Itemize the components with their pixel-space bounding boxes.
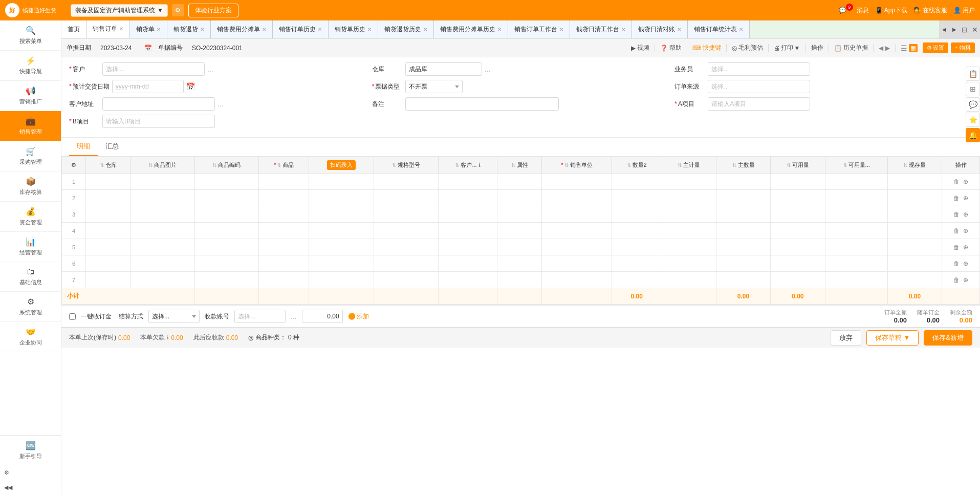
row-stock-2[interactable] — [887, 190, 942, 206]
row-main-unit-3[interactable] — [662, 206, 716, 223]
amount-input[interactable] — [302, 310, 343, 323]
save-draft-btn[interactable]: 保存草稿 ▼ — [866, 330, 919, 346]
customer-address-input[interactable] — [102, 97, 215, 111]
settings-icon[interactable]: ⚙ — [172, 4, 184, 16]
b-project-input[interactable] — [102, 115, 215, 128]
address-more-btn[interactable]: ... — [217, 100, 224, 108]
row-stock-5[interactable] — [887, 239, 942, 255]
row-main-unit-2[interactable] — [662, 190, 716, 206]
tab-close-cash-daily-account[interactable]: ✕ — [677, 27, 681, 32]
row-available2-5[interactable] — [825, 239, 887, 255]
row-main-qty-4[interactable] — [716, 223, 770, 239]
row-main-unit-7[interactable] — [662, 272, 716, 288]
row-main-qty-1[interactable] — [716, 174, 770, 190]
sidebar-item-purchase[interactable]: 🛒 采购管理 — [0, 141, 61, 171]
row-code-6[interactable] — [194, 255, 258, 272]
save-new-btn[interactable]: 保存&新增 — [924, 330, 972, 346]
sidebar-item-business[interactable]: 📊 经营管理 — [0, 232, 61, 262]
row-available2-4[interactable] — [825, 223, 887, 239]
row-image-5[interactable] — [130, 239, 194, 255]
col-scan[interactable]: 扫码录入 — [309, 157, 374, 174]
row-qty2-1[interactable] — [612, 174, 662, 190]
row-image-2[interactable] — [130, 190, 194, 206]
row-sales-unit-1[interactable] — [542, 174, 612, 190]
row-customer-code-1[interactable] — [438, 174, 497, 190]
add-row-btn[interactable]: 🟠 添加 — [348, 312, 369, 321]
date-input[interactable] — [100, 45, 141, 52]
row-attribute-6[interactable] — [497, 255, 542, 272]
row-customer-code-2[interactable] — [438, 190, 497, 206]
tab-sales-return[interactable]: 销货单✕ — [130, 20, 167, 39]
tab-cash-daily-workbench[interactable]: 钱货日清工作台✕ — [570, 20, 632, 39]
sidebar-item-marketing[interactable]: 📢 营销推广 — [0, 81, 61, 111]
app-download-btn[interactable]: 📱 App下载 — [875, 6, 907, 15]
add-goods-btn[interactable]: + 物料 — [951, 42, 975, 53]
row-copy-5[interactable]: ⊕ — [963, 244, 968, 251]
tab-sales-order[interactable]: 销售订单✕ — [86, 20, 130, 39]
row-copy-3[interactable]: ⊕ — [963, 211, 968, 218]
row-customer-code-5[interactable] — [438, 239, 497, 255]
row-stock-4[interactable] — [887, 223, 942, 239]
shortcut-btn[interactable]: ⌨ 快捷键 — [692, 44, 721, 52]
row-copy-4[interactable]: ⊕ — [963, 227, 968, 234]
row-qty2-7[interactable] — [612, 272, 662, 288]
row-customer-code-4[interactable] — [438, 223, 497, 239]
row-delete-4[interactable]: 🗑 — [953, 227, 960, 234]
row-sales-unit-6[interactable] — [542, 255, 612, 272]
quick-btn-1[interactable]: 📋 — [966, 67, 980, 81]
row-product-1[interactable] — [259, 174, 309, 190]
sidebar-item-system[interactable]: ⚙ 系统管理 — [0, 292, 61, 322]
sidebar-item-search[interactable]: 🔍 搜索菜单 — [0, 20, 61, 51]
row-spec-5[interactable] — [374, 239, 438, 255]
tab-prev-btn[interactable]: ◀ — [939, 20, 949, 39]
row-stock-7[interactable] — [887, 272, 942, 288]
row-delete-1[interactable]: 🗑 — [953, 178, 960, 185]
row-available-2[interactable] — [771, 190, 825, 206]
warehouse-input[interactable] — [405, 62, 482, 76]
row-warehouse-5[interactable] — [86, 239, 130, 255]
one-click-label[interactable]: 一键收订金 — [81, 312, 112, 321]
sidebar-item-finance[interactable]: 💰 资金管理 — [0, 202, 61, 232]
row-available-3[interactable] — [771, 206, 825, 223]
quick-btn-3[interactable]: 💬 — [966, 97, 980, 112]
row-available-1[interactable] — [771, 174, 825, 190]
col-settings[interactable]: ⚙ — [62, 157, 86, 174]
row-available2-3[interactable] — [825, 206, 887, 223]
row-available2-2[interactable] — [825, 190, 887, 206]
warehouse-more-btn[interactable]: ... — [485, 65, 491, 73]
row-spec-2[interactable] — [374, 190, 438, 206]
row-code-2[interactable] — [194, 190, 258, 206]
row-main-unit-1[interactable] — [662, 174, 716, 190]
row-main-qty-5[interactable] — [716, 239, 770, 255]
row-available2-1[interactable] — [825, 174, 887, 190]
row-image-6[interactable] — [130, 255, 194, 272]
discard-btn[interactable]: 放弃 — [831, 330, 861, 346]
tab-close-sales-refund-history[interactable]: ✕ — [423, 27, 427, 32]
row-product-6[interactable] — [259, 255, 309, 272]
prev-record-btn[interactable]: ◀ — [879, 45, 883, 52]
quick-btn-4[interactable]: ⭐ — [966, 113, 980, 127]
customer-input[interactable] — [102, 62, 205, 76]
view-btn[interactable]: ▶ 视频 — [631, 44, 649, 52]
row-qty2-2[interactable] — [612, 190, 662, 206]
industry-btn[interactable]: 体验行业方案 — [188, 4, 238, 17]
payment-method-select[interactable]: 选择... — [148, 310, 200, 323]
row-image-3[interactable] — [130, 206, 194, 223]
row-delete-3[interactable]: 🗑 — [953, 211, 960, 218]
row-attribute-7[interactable] — [497, 272, 542, 288]
tab-close-sales-refund[interactable]: ✕ — [200, 27, 204, 32]
row-product-2[interactable] — [259, 190, 309, 206]
tab-close-sales-expense-history[interactable]: ✕ — [497, 27, 502, 32]
tab-sales-summary[interactable]: 销售订单统计表✕ — [688, 20, 750, 39]
row-code-5[interactable] — [194, 239, 258, 255]
tab-sales-expense[interactable]: 销售费用分摊单✕ — [211, 20, 273, 39]
row-code-7[interactable] — [194, 272, 258, 288]
tab-sales-order-history[interactable]: 销售订单历史✕ — [273, 20, 329, 39]
tab-close-sales-return-history[interactable]: ✕ — [367, 27, 372, 32]
row-sales-unit-3[interactable] — [542, 206, 612, 223]
tab-close-cash-daily-workbench[interactable]: ✕ — [621, 27, 625, 32]
row-main-qty-3[interactable] — [716, 206, 770, 223]
row-spec-1[interactable] — [374, 174, 438, 190]
col-settings-icon[interactable]: ⚙ — [71, 162, 76, 168]
row-qty2-5[interactable] — [612, 239, 662, 255]
